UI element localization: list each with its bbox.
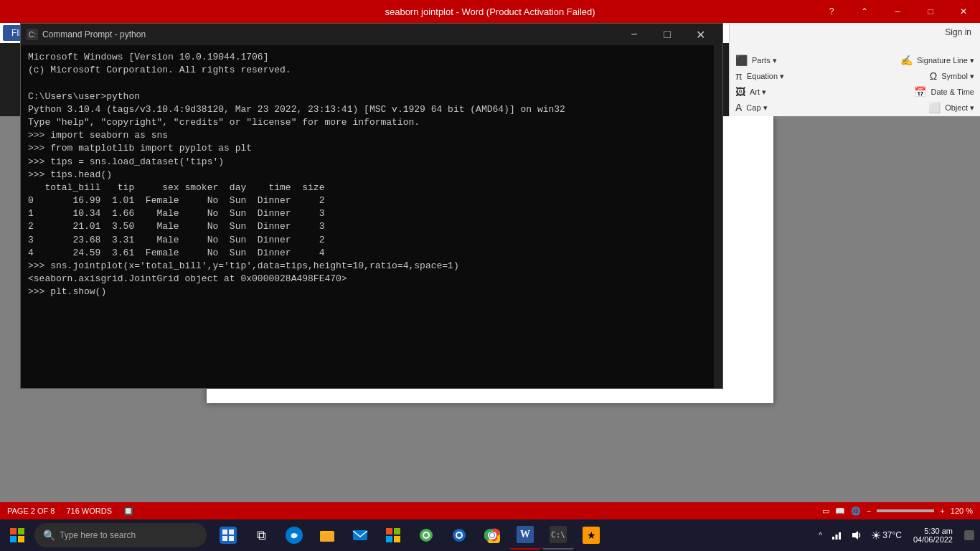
systray-arrow[interactable]: ^ (816, 531, 825, 540)
art-label[interactable]: Art ▾ (750, 88, 766, 97)
close-button[interactable]: ✕ (947, 0, 980, 23)
equation-icon: π (735, 70, 743, 82)
svg-rect-7 (229, 536, 234, 541)
cmd-body: Microsoft Windows [Version 10.0.19044.17… (21, 45, 722, 388)
word-count[interactable]: 716 WORDS (66, 507, 112, 515)
object-label[interactable]: Object ▾ (945, 103, 974, 113)
svg-rect-13 (386, 528, 392, 534)
titlebar-controls: ? ⌃ – □ ✕ (815, 0, 980, 23)
svg-rect-4 (222, 529, 227, 534)
signature-icon: ✍ (900, 55, 913, 66)
page-indicator[interactable]: PAGE 2 OF 8 (7, 507, 55, 515)
taskbar-app-chrome[interactable] (476, 521, 508, 550)
taskbar-search[interactable]: 🔍 Type here to search (34, 523, 207, 547)
sign-in-button[interactable]: Sign in (936, 23, 980, 42)
symbol-label[interactable]: Symbol ▾ (941, 72, 974, 81)
cmd-icon: C: (27, 29, 38, 40)
svg-rect-6 (222, 536, 227, 541)
chrome-dev-icon (418, 527, 435, 544)
widgets-icon (220, 527, 237, 544)
store-icon (385, 527, 402, 544)
taskbar-app-photos[interactable]: ★ (575, 521, 607, 550)
svg-point-26 (490, 533, 494, 537)
svg-rect-27 (832, 537, 834, 540)
svg-rect-29 (839, 532, 841, 540)
taskbar-app-store[interactable] (377, 521, 409, 550)
taskbar-app-edge[interactable] (278, 521, 310, 550)
terminal-icon: C:\ (550, 526, 567, 543)
taskbar-app-chrome-dev[interactable] (410, 521, 442, 550)
search-icon: 🔍 (43, 529, 55, 541)
cmd-maximize-button[interactable]: □ (651, 24, 684, 45)
svg-point-22 (457, 533, 461, 537)
omega-icon: Ω (930, 70, 937, 82)
cmd-minimize-button[interactable]: − (618, 24, 651, 45)
minimize-button[interactable]: – (881, 0, 914, 23)
zoom-level[interactable]: 120 % (951, 507, 973, 515)
statusbar-right: ▭ 📖 🌐 − + 120 % (822, 507, 973, 516)
weather-temp: 37°C (882, 530, 902, 540)
taskbar: 🔍 Type here to search ⧉ (0, 519, 980, 551)
cmd-scrollbar[interactable] (714, 45, 722, 388)
panel-row-parts: ⬛ Parts ▾ ✍ Signature Line ▾ (735, 55, 974, 66)
parts-label[interactable]: Parts ▾ (752, 56, 777, 65)
svg-rect-3 (18, 536, 24, 542)
art-icon: 🖼 (735, 86, 745, 98)
edge-icon (286, 527, 303, 544)
explorer-icon (319, 527, 336, 544)
svg-rect-15 (386, 536, 392, 542)
ribbon-collapse-button[interactable]: ⌃ (848, 0, 881, 23)
help-button[interactable]: ? (815, 0, 848, 23)
cap-icon: A (735, 102, 742, 113)
word-icon: W (517, 526, 534, 543)
svg-rect-0 (10, 528, 17, 534)
taskbar-apps: ⧉ (212, 521, 816, 550)
mail-icon (352, 527, 369, 544)
signature-label[interactable]: Signature Line ▾ (917, 56, 974, 65)
cap-label[interactable]: Cap ▾ (746, 103, 767, 113)
cmd-controls: − □ ✕ (618, 24, 717, 45)
systray-volume[interactable] (848, 529, 865, 541)
panel-row-equation: π Equation ▾ Ω Symbol ▾ (735, 70, 974, 82)
cmd-titlebar: C: Command Prompt - python − □ ✕ (21, 24, 722, 45)
taskbar-systray: ^ ☀ 37°C 5:30 am 04/06/2022 (816, 527, 977, 544)
view-normal-icon[interactable]: ▭ (822, 507, 829, 516)
taskbar-app-explorer[interactable] (311, 521, 343, 550)
word-titlebar: seaborn jointplot - Word (Product Activa… (0, 0, 980, 23)
svg-rect-2 (10, 536, 17, 542)
zoom-slider[interactable] (877, 509, 934, 512)
cmd-close-button[interactable]: ✕ (684, 24, 717, 45)
cmd-window: C: Command Prompt - python − □ ✕ Microso… (20, 23, 723, 389)
taskbar-clock[interactable]: 5:30 am 04/06/2022 (908, 527, 958, 544)
view-web-icon[interactable]: 🌐 (851, 507, 861, 516)
zoom-out-button[interactable]: − (867, 507, 871, 515)
datetime-icon: 📅 (914, 86, 926, 98)
svg-rect-5 (229, 529, 234, 534)
taskview-icon: ⧉ (253, 527, 270, 544)
start-button[interactable] (3, 521, 32, 550)
taskbar-app-word[interactable]: W (509, 521, 541, 550)
taskbar-app-mail[interactable] (344, 521, 376, 550)
object-icon: ⬜ (928, 102, 941, 113)
view-read-icon[interactable]: 📖 (835, 507, 845, 516)
systray-weather[interactable]: ☀ 37°C (868, 529, 905, 542)
taskbar-app-taskview[interactable]: ⧉ (245, 521, 277, 550)
clock-date: 04/06/2022 (913, 535, 953, 544)
equation-label[interactable]: Equation ▾ (747, 72, 784, 81)
clock-time: 5:30 am (924, 527, 953, 535)
datetime-label[interactable]: Date & Time (930, 88, 974, 96)
taskbar-app-terminal[interactable]: C:\ (542, 521, 574, 550)
parts-icon: ⬛ (735, 55, 748, 66)
svg-rect-28 (836, 534, 838, 540)
taskbar-app-widgets[interactable] (212, 521, 244, 550)
svg-rect-14 (394, 528, 400, 534)
systray-network[interactable] (828, 529, 845, 541)
maximize-button[interactable]: □ (914, 0, 947, 23)
systray-notifications[interactable] (961, 530, 977, 540)
panel-row-art: 🖼 Art ▾ 📅 Date & Time (735, 86, 974, 98)
panel-row-cap: A Cap ▾ ⬜ Object ▾ (735, 102, 974, 113)
word-statusbar: PAGE 2 OF 8 716 WORDS 🔲 ▭ 📖 🌐 − + 120 % (0, 502, 980, 519)
browser-icon (451, 527, 468, 544)
zoom-in-button[interactable]: + (940, 507, 944, 515)
taskbar-app-browser[interactable] (443, 521, 475, 550)
